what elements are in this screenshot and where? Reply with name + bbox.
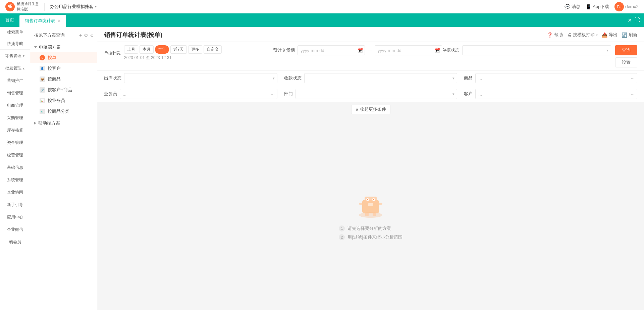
sidebar-search[interactable]: 搜索菜单 <box>0 27 30 38</box>
sidebar-item-purchase[interactable]: 采购管理 <box>0 112 30 124</box>
delivery-date-end-wrap: 📅 <box>375 45 442 55</box>
customer-more-icon[interactable]: ··· <box>631 91 635 97</box>
collapse-panel-icon[interactable]: « <box>90 33 93 38</box>
tab-close-icon[interactable]: ✕ <box>57 18 61 23</box>
sidebar-label-basic-info: 基础信息 <box>7 165 23 170</box>
order-status-select[interactable] <box>462 45 611 55</box>
sidebar-label-sales: 销售管理 <box>7 90 23 96</box>
sidebar-label-retail: 零售管理 <box>5 53 21 59</box>
delivery-status-select-wrap <box>124 73 277 83</box>
sidebar-quick-nav[interactable]: 快捷导航 <box>0 38 30 50</box>
scheme-item-by-salesperson[interactable]: 📊 按业务员 <box>30 95 97 106</box>
avatar-text: Ea <box>617 5 622 9</box>
quick-nav-label: 快捷导航 <box>7 41 23 46</box>
date-filter-col: 单据日期 上月 本月 本年 近7天 更多 自定义 2023-01-01 至 20… <box>104 45 273 61</box>
refresh-label: 刷新 <box>629 32 637 38</box>
sidebar-item-retail-mgmt[interactable]: 零售管理 ▾ <box>0 50 30 62</box>
refresh-icon: 🔄 <box>622 32 627 38</box>
delivery-date-start-input[interactable] <box>298 45 365 55</box>
calendar-end-icon[interactable]: 📅 <box>434 48 440 53</box>
department-select[interactable] <box>296 89 458 99</box>
product-more-icon[interactable]: ··· <box>631 75 635 81</box>
sidebar-item-operations[interactable]: 经营管理 <box>0 149 30 161</box>
scheme-item-by-customer-product[interactable]: 🔗 按客户+商品 <box>30 85 97 95</box>
scheme-label-by-customer-product: 按客户+商品 <box>48 87 72 93</box>
export-button[interactable]: 📤 导出 <box>602 32 618 38</box>
sidebar-item-member[interactable]: 畅会员 <box>0 236 30 248</box>
date-btn-last-month[interactable]: 上月 <box>124 45 138 54</box>
mobile-schemes-group[interactable]: 移动端方案 <box>30 118 97 128</box>
logo-area: 畅 畅捷通好生意 标准版 <box>5 1 39 12</box>
sidebar-item-basic-info[interactable]: 基础信息 <box>0 161 30 174</box>
delivery-status-select[interactable] <box>124 73 277 83</box>
tab-sales-order-stats[interactable]: 销售订单统计表 ✕ <box>19 15 66 27</box>
svg-rect-11 <box>373 213 376 216</box>
scheme-label-by-salesperson: 按业务员 <box>48 98 65 104</box>
app-selector-label: 办公用品行业模拟账套 <box>50 4 94 10</box>
user-avatar-area[interactable]: Ea demo2 <box>614 2 639 11</box>
sidebar-item-inventory[interactable]: 库存核算 <box>0 124 30 137</box>
help-icon: ❓ <box>547 32 553 38</box>
date-dash: — <box>368 48 372 53</box>
customer-input-wrap: ··· <box>475 89 637 99</box>
scheme-item-by-product-category[interactable]: 🗂 按商品分类 <box>30 106 97 117</box>
desktop-scheme-group-title[interactable]: 电脑端方案 <box>30 42 97 52</box>
delivery-status-col: 出库状态 <box>104 73 277 83</box>
sidebar-item-finance[interactable]: 资金管理 <box>0 137 30 149</box>
salesperson-more-icon[interactable]: ··· <box>271 91 275 97</box>
print-icon: 🖨 <box>567 32 572 38</box>
close-tab-action[interactable]: ✕ <box>628 17 632 23</box>
top-bar: 畅 畅捷通好生意 标准版 办公用品行业模拟账套 ▾ 💬 消息 📱 App下载 E… <box>0 0 644 13</box>
delivery-date-end-input[interactable] <box>375 45 442 55</box>
sidebar-label-inventory: 库存核算 <box>7 127 23 133</box>
app-selector[interactable]: 办公用品行业模拟账套 ▾ <box>50 4 97 10</box>
sidebar-item-app-center[interactable]: 应用中心 <box>0 211 30 223</box>
add-scheme-icon[interactable]: + <box>79 33 82 38</box>
date-btn-more[interactable]: 更多 <box>188 45 202 54</box>
refresh-button[interactable]: 🔄 刷新 <box>622 32 637 38</box>
help-button[interactable]: ❓ 帮助 <box>547 32 563 38</box>
scheme-item-by-order[interactable]: ⊙ 按单 <box>30 52 97 63</box>
filter-row-1: 单据日期 上月 本月 本年 近7天 更多 自定义 2023-01-01 至 20… <box>97 42 644 70</box>
sidebar-item-new-guide[interactable]: 新手引导 <box>0 199 30 211</box>
product-input[interactable] <box>475 73 637 83</box>
svg-point-5 <box>367 199 368 200</box>
date-btn-last-7-days[interactable]: 近7天 <box>170 45 187 54</box>
salesperson-col: 业务员 ··· <box>104 89 277 99</box>
sidebar-item-wholesale-mgmt[interactable]: 批发管理 ▴ <box>0 62 30 74</box>
print-button[interactable]: 🖨 按模板打印 ▾ <box>567 32 598 38</box>
sidebar-label-marketing: 营销推广 <box>7 78 23 84</box>
collapse-btn[interactable]: ∧ 收起更多条件 <box>351 105 390 114</box>
sidebar-item-enterprise-collab[interactable]: 企业协同 <box>0 186 30 199</box>
tab-bar-actions: ✕ ⛶ <box>628 17 644 23</box>
settings-scheme-icon[interactable]: ⚙ <box>84 33 88 38</box>
date-btn-this-month[interactable]: 本月 <box>140 45 154 54</box>
calendar-start-icon[interactable]: 📅 <box>357 48 363 53</box>
salesperson-input[interactable] <box>120 89 277 99</box>
scheme-item-by-product[interactable]: 📦 按商品 <box>30 74 97 85</box>
empty-state: 1 请先选择要分析的方案 2 用[过滤]条件来缩小分析范围 <box>339 187 402 240</box>
desktop-schemes-group: 电脑端方案 ⊙ 按单 👤 按客户 📦 <box>30 41 97 118</box>
date-btn-this-year[interactable]: 本年 <box>155 45 169 54</box>
sidebar-label-member: 畅会员 <box>9 239 21 245</box>
sidebar-item-enterprise-wechat[interactable]: 企业微信 <box>0 223 30 236</box>
department-select-wrap <box>296 89 458 99</box>
customer-input[interactable] <box>475 89 637 99</box>
fullscreen-action[interactable]: ⛶ <box>635 17 640 23</box>
messages-button[interactable]: 💬 消息 <box>565 4 580 10</box>
empty-tip-2: 2 用[过滤]条件来缩小分析范围 <box>339 234 402 240</box>
sidebar-item-sales-mgmt[interactable]: 销售管理 <box>0 87 30 99</box>
scheme-item-by-customer[interactable]: 👤 按客户 <box>30 63 97 74</box>
sidebar-item-system[interactable]: 系统管理 <box>0 174 30 186</box>
app-download-button[interactable]: 📱 App下载 <box>586 4 609 10</box>
query-button[interactable]: 查询 <box>615 45 637 55</box>
sidebar-item-ecommerce[interactable]: 电商管理 <box>0 99 30 112</box>
date-btn-custom[interactable]: 自定义 <box>204 45 222 54</box>
payment-status-select[interactable] <box>304 73 458 83</box>
tab-home[interactable]: 首页 <box>0 13 19 27</box>
settings-button[interactable]: 设置 <box>615 57 637 67</box>
sidebar-item-marketing[interactable]: 营销推广 <box>0 74 30 87</box>
date-range-text: 2023-01-01 至 2023-12-31 <box>124 55 222 61</box>
svg-rect-7 <box>368 203 373 206</box>
user-label: demo2 <box>625 4 639 9</box>
